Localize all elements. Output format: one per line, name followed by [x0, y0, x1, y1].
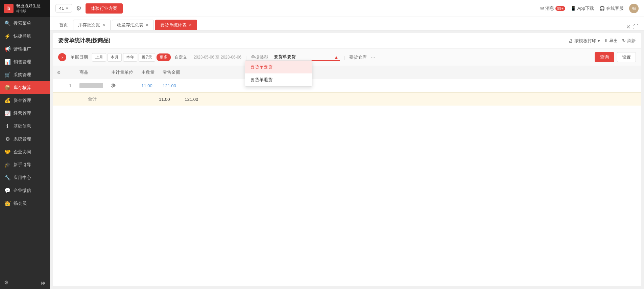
- tab-close-icon[interactable]: ✕: [145, 23, 149, 27]
- table-col-settings[interactable]: ⚙: [53, 66, 65, 79]
- sidebar-item-畅会员[interactable]: 👑畅会员: [0, 197, 50, 210]
- app-download-label: App下载: [577, 5, 594, 12]
- sidebar-collapse-icon[interactable]: ⏮: [41, 280, 46, 286]
- user-avatar[interactable]: Rit: [629, 4, 639, 13]
- sidebar-item-icon: ⚡: [4, 33, 11, 39]
- date-custom-btn[interactable]: 自定义: [172, 53, 190, 61]
- app-logo: b 畅捷通好生意 标准版: [0, 0, 50, 17]
- table-col-num: [65, 66, 75, 79]
- refresh-label: 刷新: [627, 38, 636, 44]
- table-footer: 合计 11.00 121.00: [53, 92, 641, 106]
- messages-badge: 99+: [555, 6, 565, 11]
- headset-icon: 🎧: [599, 6, 605, 11]
- tab-maximize-icon[interactable]: ⛶: [633, 24, 639, 30]
- sidebar-item-销售管理[interactable]: 📊销售管理: [0, 55, 50, 68]
- sidebar-item-label: 应用中心: [14, 175, 31, 181]
- page-header: 要货单统计表(按商品) 🖨 按模板打印 ▾ ⬆ 导出 ↻ 刷新: [53, 33, 641, 49]
- row-num: 1: [65, 79, 75, 92]
- table-container: ⚙ 商品 主计量单位 主数量 零售金额 1 ██████ 块 11.00 121…: [53, 66, 641, 92]
- online-service-action[interactable]: 🎧 在线客服: [599, 5, 624, 12]
- store-num: 41: [59, 6, 64, 11]
- table-head: ⚙ 商品 主计量单位 主数量 零售金额: [53, 66, 641, 79]
- date-last-month-btn[interactable]: 上月: [92, 53, 106, 62]
- messages-label: 消息: [545, 5, 554, 12]
- type-filter-input[interactable]: [272, 54, 340, 61]
- tab-库存批次账[interactable]: 库存批次账✕: [73, 20, 111, 30]
- sidebar-item-基础信息[interactable]: ℹ基础信息: [0, 120, 50, 133]
- tab-要货单统计表[interactable]: 要货单统计表✕: [155, 20, 197, 30]
- logo-name: 畅捷通好生意: [16, 3, 41, 9]
- date-more-btn[interactable]: 更多: [157, 53, 171, 61]
- sidebar-item-icon: ℹ: [4, 123, 11, 129]
- dropdown-item-1[interactable]: 要货单退货: [245, 73, 312, 86]
- row-amount: 121.00: [159, 79, 184, 92]
- sidebar-item-经营管理[interactable]: 📈经营管理: [0, 107, 50, 120]
- query-button[interactable]: 查询: [595, 52, 614, 62]
- print-arrow-icon: ▾: [598, 38, 600, 43]
- store-selector[interactable]: 41 ▾: [55, 4, 72, 13]
- sidebar-item-icon: 💬: [4, 187, 11, 194]
- table-row: 1 ██████ 块 11.00 121.00: [53, 79, 641, 92]
- app-download-action[interactable]: 📱 App下载: [571, 5, 594, 12]
- sidebar-item-icon: 🔧: [4, 175, 11, 181]
- tab-收发存汇总表[interactable]: 收发存汇总表✕: [112, 20, 154, 30]
- sidebar-item-icon: 📦: [4, 85, 11, 91]
- store-dropdown-arrow: ▾: [66, 6, 68, 11]
- date-this-month-btn[interactable]: 本月: [108, 53, 122, 62]
- table-col-amount: 零售金额: [159, 66, 184, 79]
- sidebar-item-企业微信[interactable]: 💬企业微信: [0, 184, 50, 197]
- footer-quantity: 11.00: [155, 97, 174, 102]
- topbar-settings-icon[interactable]: ⚙: [76, 5, 81, 12]
- phone-icon: 📱: [571, 6, 576, 11]
- sidebar-item-icon: 👑: [4, 200, 11, 206]
- date-last7-btn[interactable]: 近7天: [139, 53, 155, 62]
- type-filter-arrow[interactable]: ▲: [334, 54, 339, 60]
- date-filter-group: 上月 本月 本年 近7天 更多 自定义: [92, 53, 190, 62]
- sidebar-item-系统管理[interactable]: ⚙系统管理: [0, 133, 50, 146]
- export-action[interactable]: ⬆ 导出: [604, 38, 618, 44]
- refresh-action[interactable]: ↻ 刷新: [622, 38, 636, 44]
- type-filter-label: 单据类型: [251, 54, 268, 60]
- sidebar-item-应用中心[interactable]: 🔧应用中心: [0, 171, 50, 184]
- sidebar-item-icon: 📊: [4, 59, 11, 65]
- quantity-link[interactable]: 11.00: [141, 83, 152, 88]
- print-template-action[interactable]: 🖨 按模板打印 ▾: [569, 38, 600, 44]
- warehouse-more-icon[interactable]: ···: [371, 54, 375, 60]
- sidebar-item-快捷导航[interactable]: ⚡快捷导航: [0, 30, 50, 43]
- sidebar-item-label: 快捷导航: [14, 33, 31, 39]
- filter-bar: › 单据日期 上月 本月 本年 近7天 更多 自定义 2023-05-06 至 …: [53, 49, 641, 66]
- sidebar-item-搜索菜单[interactable]: 🔍搜索菜单: [0, 17, 50, 30]
- sidebar-item-新手引导[interactable]: 🎓新手引导: [0, 158, 50, 171]
- filter-expand-btn[interactable]: ›: [58, 53, 66, 61]
- tab-label: 要货单统计表: [160, 22, 187, 28]
- sidebar-item-库存核算[interactable]: 📦库存核算: [0, 81, 50, 94]
- sidebar-item-采购管理[interactable]: 🛒采购管理: [0, 68, 50, 81]
- sidebar-settings-icon[interactable]: ⚙: [4, 280, 8, 286]
- sidebar-item-label: 销售管理: [14, 59, 31, 65]
- tab-close-all-icon[interactable]: ✕: [626, 24, 630, 30]
- logo-sub: 标准版: [16, 9, 41, 14]
- sidebar-item-资金管理[interactable]: 💰资金管理: [0, 94, 50, 107]
- tab-home[interactable]: 首页: [55, 20, 72, 30]
- tab-close-icon[interactable]: ✕: [189, 23, 192, 27]
- date-range-display: 2023-05-06 至 2023-06-06: [194, 54, 241, 60]
- date-this-year-btn[interactable]: 本年: [123, 53, 137, 62]
- amount-link[interactable]: 121.00: [163, 83, 176, 88]
- sidebar-item-icon: 📈: [4, 110, 11, 116]
- sidebar-item-企业协同[interactable]: 🤝企业协同: [0, 146, 50, 158]
- row-product: ██████: [75, 79, 107, 92]
- trial-button[interactable]: 体验行业方案: [86, 3, 123, 14]
- sidebar-item-label: 搜索菜单: [14, 20, 31, 26]
- messages-action[interactable]: ✉ 消息 99+: [540, 5, 565, 12]
- dropdown-item-0[interactable]: 要货单要货: [245, 61, 312, 73]
- sidebar-item-icon: 🛒: [4, 72, 11, 78]
- sidebar-item-icon: 💰: [4, 97, 11, 104]
- sidebar-item-营销推广[interactable]: 📢营销推广: [0, 43, 50, 55]
- sidebar-item-icon: 🤝: [4, 149, 11, 155]
- sidebar: b 畅捷通好生意 标准版 🔍搜索菜单⚡快捷导航📢营销推广📊销售管理🛒采购管理📦库…: [0, 0, 50, 289]
- sidebar-item-label: 企业协同: [14, 149, 31, 155]
- tab-close-icon[interactable]: ✕: [102, 23, 105, 27]
- set-button[interactable]: 设置: [617, 52, 636, 62]
- data-table: ⚙ 商品 主计量单位 主数量 零售金额 1 ██████ 块 11.00 121…: [53, 66, 641, 92]
- message-icon: ✉: [540, 6, 544, 11]
